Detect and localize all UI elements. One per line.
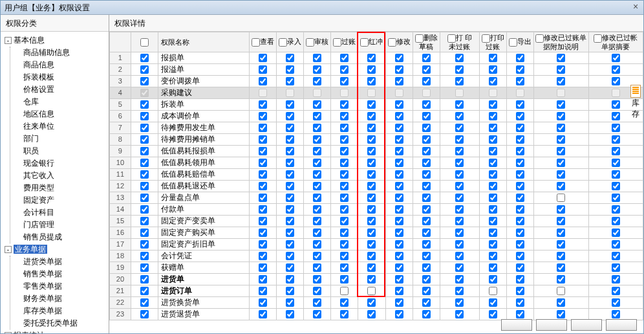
perm-checkbox[interactable] (140, 217, 149, 225)
table-row[interactable]: 1报损单 (110, 52, 643, 63)
perm-checkbox[interactable] (340, 54, 349, 62)
perm-checkbox[interactable] (557, 77, 565, 85)
header-checkbox[interactable] (447, 34, 456, 43)
perm-checkbox[interactable] (557, 287, 565, 295)
perm-checkbox[interactable] (489, 112, 497, 120)
perm-checkbox[interactable] (340, 275, 349, 284)
perm-checkbox[interactable] (367, 159, 376, 167)
perm-checkbox[interactable] (367, 252, 376, 260)
perm-checkbox[interactable] (422, 54, 431, 62)
perm-checkbox[interactable] (140, 147, 149, 155)
tree-node[interactable]: +报表统计 (1, 329, 109, 333)
perm-checkbox[interactable] (422, 77, 431, 85)
perm-checkbox[interactable] (140, 194, 149, 202)
perm-checkbox[interactable] (313, 135, 321, 144)
perm-checkbox[interactable] (313, 275, 321, 284)
perm-checkbox[interactable] (612, 112, 620, 120)
perm-checkbox[interactable] (367, 310, 376, 318)
perm-checkbox[interactable] (395, 170, 403, 179)
perm-checkbox[interactable] (340, 252, 349, 260)
perm-checkbox[interactable] (367, 65, 376, 74)
perm-checkbox[interactable] (516, 54, 524, 62)
perm-checkbox[interactable] (489, 298, 497, 307)
tree-node[interactable]: 固定资产 (10, 194, 109, 206)
perm-checkbox[interactable] (259, 205, 267, 214)
perm-checkbox[interactable] (395, 205, 403, 214)
header-checkbox[interactable] (279, 38, 287, 47)
header-checkbox[interactable] (252, 38, 260, 47)
perm-checkbox[interactable] (516, 159, 524, 167)
header-checkbox[interactable] (535, 34, 544, 43)
perm-checkbox[interactable] (367, 54, 376, 62)
perm-checkbox[interactable] (455, 205, 464, 214)
perm-checkbox[interactable] (557, 298, 565, 307)
perm-checkbox[interactable] (367, 147, 376, 155)
perm-checkbox[interactable] (557, 112, 565, 120)
perm-checkbox[interactable] (489, 287, 497, 295)
perm-checkbox[interactable] (367, 170, 376, 179)
perm-checkbox[interactable] (557, 135, 565, 144)
perm-checkbox[interactable] (340, 298, 349, 307)
perm-checkbox[interactable] (395, 147, 403, 155)
perm-checkbox[interactable] (395, 194, 403, 202)
perm-checkbox[interactable] (516, 287, 524, 295)
perm-checkbox[interactable] (313, 217, 321, 225)
perm-checkbox[interactable] (313, 252, 321, 260)
header-checkbox[interactable] (360, 38, 369, 47)
perm-checkbox[interactable] (422, 65, 431, 74)
perm-checkbox[interactable] (259, 170, 267, 179)
header-checkbox[interactable] (594, 34, 602, 43)
perm-checkbox[interactable] (422, 112, 431, 120)
perm-checkbox[interactable] (557, 275, 565, 284)
permission-tree[interactable]: -基本信息商品辅助信息商品信息拆装模板价格设置仓库地区信息往来单位部门职员现金银… (1, 32, 109, 333)
perm-checkbox[interactable] (516, 112, 524, 120)
tree-node-label[interactable]: 报表统计 (14, 331, 45, 333)
perm-checkbox[interactable] (395, 135, 403, 144)
perm-checkbox[interactable] (489, 147, 497, 155)
perm-checkbox[interactable] (367, 100, 376, 109)
perm-checkbox[interactable] (286, 170, 294, 179)
table-row[interactable]: 9低值易耗报损单 (110, 145, 643, 157)
perm-checkbox[interactable] (612, 135, 620, 144)
perm-checkbox[interactable] (422, 287, 431, 295)
perm-checkbox[interactable] (140, 170, 149, 179)
table-row[interactable]: 17固定资产折旧单 (110, 238, 643, 250)
header-checkbox[interactable] (333, 38, 341, 47)
perm-checkbox[interactable] (395, 252, 403, 260)
perm-checkbox[interactable] (455, 194, 464, 202)
perm-checkbox[interactable] (286, 298, 294, 307)
perm-checkbox[interactable] (259, 194, 267, 202)
perm-checkbox[interactable] (140, 54, 149, 62)
perm-checkbox[interactable] (489, 263, 497, 272)
table-row[interactable]: 19获赠单 (110, 262, 643, 273)
perm-checkbox[interactable] (516, 217, 524, 225)
perm-checkbox[interactable] (612, 298, 620, 307)
perm-checkbox[interactable] (489, 135, 497, 144)
table-row[interactable]: 20进货单 (110, 273, 643, 285)
perm-checkbox[interactable] (489, 310, 497, 318)
tree-node[interactable]: 会计科目 (10, 206, 109, 219)
perm-checkbox[interactable] (612, 240, 620, 249)
perm-checkbox[interactable] (455, 275, 464, 284)
tree-node-label[interactable]: 费用类型 (23, 183, 54, 192)
perm-checkbox[interactable] (140, 135, 149, 144)
perm-checkbox[interactable] (259, 147, 267, 155)
header-checkbox[interactable] (482, 34, 490, 43)
perm-checkbox[interactable] (395, 89, 403, 97)
table-row[interactable]: 21进货订单 (110, 285, 643, 296)
tree-node[interactable]: 职员 (10, 145, 109, 157)
perm-checkbox[interactable] (340, 228, 349, 237)
perm-checkbox[interactable] (313, 159, 321, 167)
perm-checkbox[interactable] (612, 228, 620, 237)
perm-checkbox[interactable] (489, 159, 497, 167)
perm-checkbox[interactable] (422, 275, 431, 284)
perm-checkbox[interactable] (313, 182, 321, 190)
perm-checkbox[interactable] (286, 100, 294, 109)
perm-checkbox[interactable] (612, 65, 620, 74)
tree-node[interactable]: 库存类单据 (10, 305, 109, 317)
table-row[interactable]: 8待摊费用摊销单 (110, 133, 643, 145)
perm-checkbox[interactable] (140, 182, 149, 190)
perm-checkbox[interactable] (340, 100, 349, 109)
perm-checkbox[interactable] (395, 310, 403, 318)
perm-checkbox[interactable] (422, 182, 431, 190)
